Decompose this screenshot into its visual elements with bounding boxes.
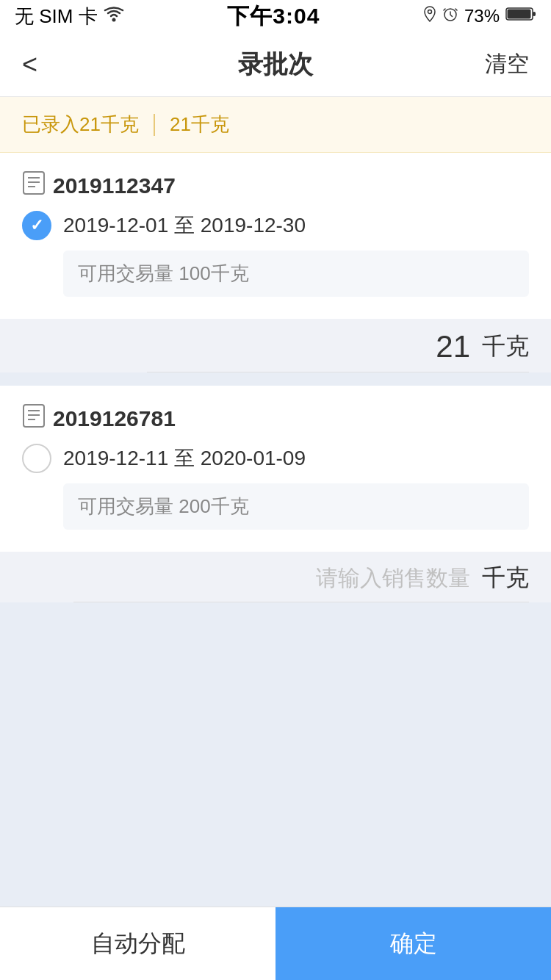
total-qty-label: 21千克 xyxy=(170,112,229,137)
status-time: 下午3:04 xyxy=(227,1,320,32)
date-range-1: 2019-12-01 至 2019-12-30 xyxy=(63,212,306,239)
status-right: 73% xyxy=(423,6,536,26)
section-divider xyxy=(0,372,551,386)
qty-input-row-1: 21 千克 xyxy=(0,319,551,372)
location-icon xyxy=(423,6,436,26)
auto-distribute-button[interactable]: 自动分配 xyxy=(0,907,276,980)
info-banner: 已录入21千克 21千克 xyxy=(0,97,551,153)
status-bar: 无 SIM 卡 下午3:04 73% xyxy=(0,0,551,32)
batch-item-2: 2019126781 2019-12-11 至 2020-01-09 可用交易量… xyxy=(0,386,551,552)
back-button[interactable]: < xyxy=(22,49,66,80)
batch-item-1: 2019112347 2019-12-01 至 2019-12-30 可用交易量… xyxy=(0,153,551,319)
qty-placeholder-2[interactable]: 请输入销售数量 xyxy=(316,563,470,594)
doc-icon-1 xyxy=(22,170,46,201)
sim-status: 无 SIM 卡 xyxy=(15,4,98,29)
batch-row-2[interactable]: 2019-12-11 至 2020-01-09 xyxy=(22,444,529,473)
alarm-icon xyxy=(442,6,458,26)
wifi-icon xyxy=(104,6,124,26)
avail-qty-text-2: 可用交易量 200千克 xyxy=(78,495,249,517)
svg-rect-4 xyxy=(507,10,530,19)
svg-point-0 xyxy=(112,18,115,22)
battery-icon xyxy=(505,6,536,26)
svg-rect-5 xyxy=(533,12,536,16)
recorded-qty-label: 已录入21千克 xyxy=(22,112,139,137)
batch-id-1: 2019112347 xyxy=(22,170,529,201)
batch-id-2: 2019126781 xyxy=(22,403,529,433)
confirm-button[interactable]: 确定 xyxy=(276,907,551,980)
qty-value-1[interactable]: 21 xyxy=(436,329,470,364)
batch-row-1[interactable]: 2019-12-01 至 2019-12-30 xyxy=(22,211,529,240)
qty-input-row-2: 请输入销售数量 千克 xyxy=(0,552,551,602)
clear-button[interactable]: 清空 xyxy=(485,49,529,79)
radio-batch-2[interactable] xyxy=(22,444,51,473)
radio-batch-1[interactable] xyxy=(22,211,51,240)
battery-percent: 73% xyxy=(464,6,500,26)
banner-divider xyxy=(154,114,155,136)
avail-qty-box-2: 可用交易量 200千克 xyxy=(63,483,529,530)
nav-bar: < 录批次 清空 xyxy=(0,32,551,97)
status-left: 无 SIM 卡 xyxy=(15,4,124,29)
avail-qty-box-1: 可用交易量 100千克 xyxy=(63,251,529,297)
doc-icon-2 xyxy=(22,403,46,433)
svg-point-1 xyxy=(428,10,431,14)
bottom-bar: 自动分配 确定 xyxy=(0,907,551,980)
avail-qty-text-1: 可用交易量 100千克 xyxy=(78,262,249,284)
page-title: 录批次 xyxy=(238,48,313,82)
date-range-2: 2019-12-11 至 2020-01-09 xyxy=(63,444,306,472)
qty-unit-2: 千克 xyxy=(482,562,529,594)
gray-area xyxy=(0,602,551,933)
qty-unit-1: 千克 xyxy=(482,331,529,363)
